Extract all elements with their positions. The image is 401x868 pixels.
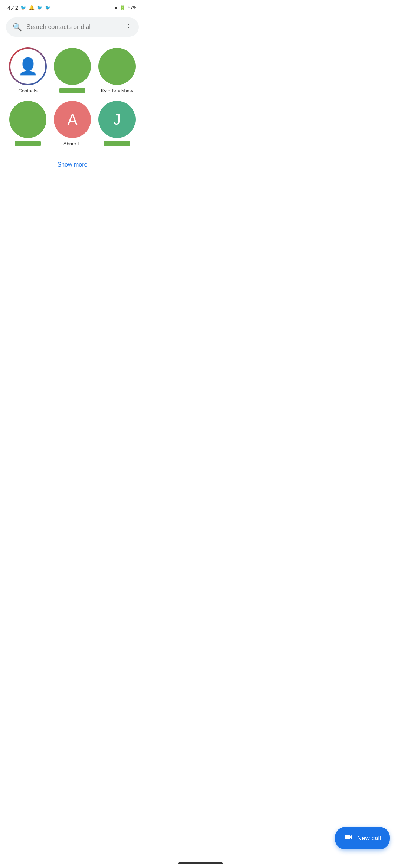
contact-name-placeholder-j <box>104 141 130 146</box>
contact-avatar-4 <box>9 101 46 138</box>
wifi-icon: ▾ <box>115 5 117 11</box>
status-left: 4:42 🐦 🔔 🐦 🐦 <box>7 4 51 11</box>
contacts-avatar: 👤 <box>9 48 46 85</box>
notifications-icon: 🔔 <box>29 5 35 10</box>
contact-name-abner: Abner Li <box>63 141 81 147</box>
twitter-icon-1: 🐦 <box>20 5 26 10</box>
contact-avatar-kyle <box>98 48 136 85</box>
contact-item-j[interactable]: J <box>97 101 137 147</box>
battery-icon: 🔋 <box>120 5 125 10</box>
contact-item-2[interactable] <box>52 48 93 93</box>
contact-avatar-j: J <box>98 101 136 138</box>
status-time: 4:42 <box>7 4 18 11</box>
search-bar[interactable]: 🔍 ⋮ <box>6 17 139 37</box>
twitter-icon-3: 🐦 <box>45 5 51 10</box>
contacts-grid: 👤 Contacts Kyle Bradshaw A Abner Li J <box>0 44 145 150</box>
contact-avatar-abner: A <box>54 101 91 138</box>
contact-item-abner[interactable]: A Abner Li <box>52 101 93 147</box>
battery-text: 57% <box>128 5 137 10</box>
contact-name-placeholder-2 <box>59 88 85 93</box>
status-bar: 4:42 🐦 🔔 🐦 🐦 ▾ 🔋 57% <box>0 0 145 14</box>
contact-name-placeholder-4 <box>15 141 41 146</box>
person-icon: 👤 <box>18 57 38 76</box>
twitter-icon-2: 🐦 <box>37 5 43 10</box>
status-right: ▾ 🔋 57% <box>115 5 137 11</box>
show-more-container[interactable]: Show more <box>0 150 145 175</box>
search-icon: 🔍 <box>13 23 22 32</box>
search-bar-container: 🔍 ⋮ <box>0 14 145 44</box>
contacts-item[interactable]: 👤 Contacts <box>7 48 48 93</box>
contact-item-kyle[interactable]: Kyle Bradshaw <box>97 48 137 93</box>
contact-name-kyle: Kyle Bradshaw <box>101 88 133 93</box>
more-options-icon[interactable]: ⋮ <box>125 23 132 32</box>
contact-item-4[interactable] <box>7 101 48 147</box>
show-more-button[interactable]: Show more <box>58 161 88 168</box>
contact-avatar-2 <box>54 48 91 85</box>
contacts-label: Contacts <box>18 88 37 93</box>
search-input[interactable] <box>26 23 120 31</box>
